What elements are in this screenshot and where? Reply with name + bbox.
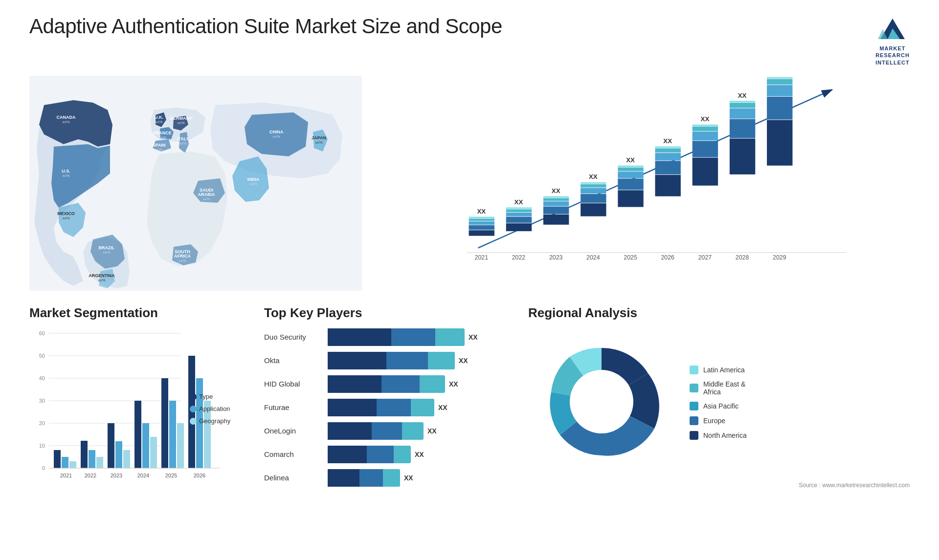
- svg-rect-47: [506, 213, 532, 216]
- player-row: HID Global XX: [264, 375, 509, 393]
- svg-text:10: 10: [39, 443, 45, 449]
- svg-rect-134: [177, 423, 184, 468]
- svg-rect-49: [506, 207, 532, 209]
- svg-rect-73: [655, 175, 681, 196]
- svg-point-141: [190, 393, 197, 400]
- map-container: CANADA xx% U.S. xx% MEXICO xx% BRAZIL xx…: [29, 76, 362, 291]
- svg-rect-88: [730, 119, 755, 138]
- svg-text:SPAIN: SPAIN: [153, 143, 166, 148]
- svg-text:MEXICO: MEXICO: [57, 211, 75, 216]
- svg-text:ITALY: ITALY: [177, 136, 189, 141]
- svg-text:2029: 2029: [773, 254, 786, 261]
- player-bar-wrap: XX: [328, 469, 509, 487]
- svg-text:ARABIA: ARABIA: [198, 192, 215, 197]
- svg-rect-52: [543, 215, 569, 225]
- svg-rect-38: [469, 230, 494, 236]
- svg-rect-121: [89, 450, 95, 468]
- svg-rect-61: [581, 188, 606, 193]
- svg-text:20: 20: [39, 420, 45, 426]
- player-bar: [328, 469, 400, 487]
- svg-text:2025: 2025: [165, 473, 177, 478]
- svg-rect-118: [69, 461, 76, 468]
- donut-svg-wrap: [528, 328, 675, 477]
- svg-text:xx%: xx%: [272, 134, 280, 139]
- svg-text:2024: 2024: [586, 254, 600, 261]
- svg-rect-130: [150, 437, 157, 468]
- svg-rect-81: [693, 141, 718, 157]
- player-xx: XX: [449, 380, 458, 388]
- page-title: Adaptive Authentication Suite Market Siz…: [29, 15, 502, 38]
- svg-text:CHINA: CHINA: [269, 129, 284, 134]
- legend-item-middle-east-africa: Middle East &Africa: [690, 380, 747, 396]
- svg-rect-62: [581, 184, 606, 188]
- svg-text:ARGENTINA: ARGENTINA: [89, 273, 115, 278]
- svg-text:xx%: xx%: [155, 120, 162, 124]
- legend-item-latin-america: Latin America: [690, 366, 747, 374]
- top-section: CANADA xx% U.S. xx% MEXICO xx% BRAZIL xx…: [29, 76, 910, 291]
- svg-text:Application: Application: [199, 405, 230, 412]
- svg-text:xx%: xx%: [202, 197, 210, 201]
- regional-title: Regional Analysis: [528, 305, 910, 321]
- svg-text:Type: Type: [199, 393, 213, 400]
- svg-rect-83: [693, 127, 718, 131]
- svg-text:U.K.: U.K.: [155, 115, 163, 120]
- svg-rect-122: [96, 457, 103, 468]
- svg-rect-39: [469, 225, 494, 230]
- svg-rect-69: [618, 168, 643, 172]
- asia-pacific-label: Asia Pacific: [703, 402, 738, 410]
- player-row: OneLogin XX: [264, 422, 509, 440]
- player-bar-wrap: XX: [328, 422, 509, 440]
- svg-rect-132: [161, 378, 168, 468]
- svg-text:AFRICA: AFRICA: [174, 254, 191, 258]
- legend-item-asia-pacific: Asia Pacific: [690, 402, 747, 410]
- svg-text:2028: 2028: [736, 254, 749, 261]
- svg-text:xx%: xx%: [179, 141, 186, 146]
- svg-text:INDIA: INDIA: [247, 177, 260, 182]
- players-title: Top Key Players: [264, 305, 509, 321]
- svg-text:60: 60: [39, 330, 45, 336]
- svg-rect-67: [618, 178, 643, 190]
- player-bar-wrap: XX: [328, 352, 509, 369]
- svg-rect-133: [169, 401, 176, 468]
- svg-rect-45: [506, 223, 532, 231]
- player-bar: [328, 352, 455, 369]
- svg-rect-80: [693, 158, 718, 186]
- player-xx: XX: [427, 427, 437, 435]
- player-bar: [328, 328, 465, 346]
- player-row: Futurae XX: [264, 399, 509, 416]
- svg-rect-70: [618, 166, 643, 167]
- logo-icon: [875, 15, 910, 44]
- svg-text:0: 0: [42, 465, 45, 471]
- svg-rect-95: [767, 97, 792, 120]
- player-bar: [328, 375, 445, 393]
- svg-text:2023: 2023: [549, 254, 563, 261]
- player-name: OneLogin: [264, 427, 323, 435]
- header: Adaptive Authentication Suite Market Siz…: [29, 15, 910, 66]
- legend-item-europe: Europe: [690, 416, 747, 425]
- player-row: Duo Security XX: [264, 328, 509, 346]
- europe-label: Europe: [703, 417, 725, 425]
- segmentation-container: Market Segmentation 60 50 40 30 20 10 0: [29, 305, 245, 550]
- logo-box: MARKET RESEARCH INTELLECT: [875, 15, 910, 66]
- svg-text:CANADA: CANADA: [57, 115, 76, 120]
- asia-pacific-swatch: [690, 402, 698, 410]
- svg-rect-116: [54, 450, 61, 468]
- svg-text:JAPAN: JAPAN: [312, 135, 326, 140]
- svg-rect-126: [123, 450, 130, 468]
- player-xx: XX: [459, 357, 468, 365]
- svg-text:2026: 2026: [661, 254, 674, 261]
- svg-rect-129: [142, 423, 149, 468]
- player-name: Okta: [264, 356, 323, 365]
- bottom-section: Market Segmentation 60 50 40 30 20 10 0: [29, 305, 910, 550]
- middle-east-africa-label: Middle East &Africa: [703, 380, 745, 396]
- svg-rect-53: [543, 207, 569, 214]
- latin-america-label: Latin America: [703, 366, 745, 374]
- svg-text:2023: 2023: [111, 473, 122, 478]
- svg-rect-91: [730, 101, 755, 102]
- svg-rect-120: [81, 441, 88, 468]
- north-america-label: North America: [703, 431, 747, 439]
- svg-rect-94: [767, 120, 792, 165]
- svg-text:xx%: xx%: [315, 140, 322, 145]
- svg-text:2022: 2022: [512, 254, 526, 261]
- bar-chart-container: XX 2021 XX 2022 XX 2023: [381, 76, 910, 291]
